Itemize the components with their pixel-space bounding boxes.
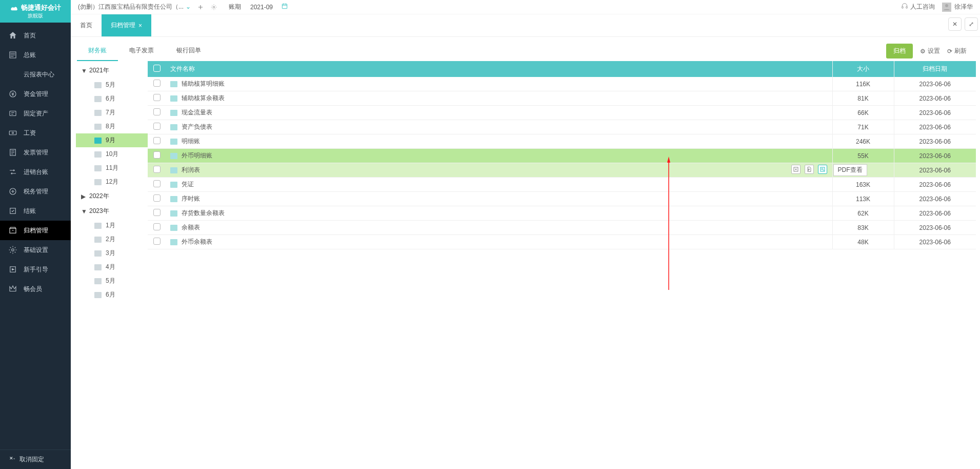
- tree-month-2021-7[interactable]: 7月: [76, 106, 148, 120]
- tree-month-2021-11[interactable]: 11月: [76, 161, 148, 175]
- table-row[interactable]: 序时账113K2023-06-06: [148, 192, 976, 206]
- logo-bar: 畅捷通好会计 旗舰版: [0, 0, 71, 23]
- page-tab-archive[interactable]: 归档管理×: [102, 14, 151, 36]
- table-row[interactable]: 资产负债表71K2023-06-06: [148, 120, 976, 134]
- tree-month-2021-9[interactable]: 9月: [76, 133, 148, 147]
- nav-home[interactable]: 首页: [0, 26, 71, 45]
- tree-month-2021-10[interactable]: 10月: [76, 147, 148, 161]
- tree-year-2023[interactable]: ▼2023年: [76, 204, 148, 219]
- row-checkbox[interactable]: [153, 223, 161, 230]
- tree-month-2021-6[interactable]: 6月: [76, 92, 148, 106]
- tree-year-2021[interactable]: ▼2021年: [76, 63, 148, 78]
- cell-name: 外币余额表: [166, 235, 832, 249]
- nav-member[interactable]: 畅会员: [0, 279, 71, 299]
- cell-size: 62K: [832, 206, 894, 221]
- tree-month-2023-6[interactable]: 6月: [76, 288, 148, 302]
- nav-archive[interactable]: 归档管理: [0, 221, 71, 240]
- cell-name: 余额表: [166, 221, 832, 235]
- tree-month-2023-3[interactable]: 3月: [76, 246, 148, 260]
- sub-tabs-row: 财务账 电子发票 银行回单 归档 ⚙设置 ⟳刷新: [71, 37, 980, 61]
- row-checkbox[interactable]: [153, 94, 161, 101]
- row-checkbox[interactable]: [153, 194, 161, 202]
- nav-report[interactable]: 云报表中心: [0, 65, 71, 84]
- nav-label: 工资: [24, 129, 36, 138]
- company-settings-icon[interactable]: [210, 4, 217, 11]
- tree-year-2022[interactable]: ▶2022年: [76, 189, 148, 204]
- row-checkbox[interactable]: [153, 166, 161, 173]
- nav-guide[interactable]: 新手引导: [0, 260, 71, 279]
- tree-month-2023-1[interactable]: 1月: [76, 219, 148, 232]
- file-table: 文件名称 大小 归档日期 辅助核算明细账116K2023-06-06辅助核算余额…: [148, 61, 976, 249]
- sidebar-unpin[interactable]: 取消固定: [0, 450, 71, 469]
- export-pdf-icon[interactable]: [805, 165, 814, 174]
- nav-ledger[interactable]: 总账: [0, 45, 71, 65]
- cell-date: 2023-06-06: [894, 91, 976, 106]
- calendar-icon[interactable]: [281, 3, 288, 11]
- period-value[interactable]: 2021-09: [250, 4, 273, 11]
- table-row[interactable]: 外币明细账55K2023-06-06: [148, 149, 976, 163]
- archive-button[interactable]: 归档: [886, 44, 913, 58]
- row-checkbox[interactable]: [153, 238, 161, 245]
- user-menu[interactable]: 徐泽华: [942, 3, 973, 12]
- table-row[interactable]: 辅助核算明细账116K2023-06-06: [148, 77, 976, 91]
- file-name: 辅助核算余额表: [182, 94, 225, 102]
- nav-inout[interactable]: 进销台账: [0, 162, 71, 182]
- nav-asset[interactable]: 固定资产: [0, 104, 71, 123]
- file-icon: [170, 239, 177, 245]
- table-row[interactable]: 现金流量表66K2023-06-06: [148, 106, 976, 120]
- nav-salary[interactable]: 工资: [0, 123, 71, 143]
- row-checkbox[interactable]: [153, 137, 161, 144]
- file-icon: [170, 95, 177, 102]
- sub-tab-einvoice[interactable]: 电子发票: [118, 41, 165, 61]
- row-checkbox[interactable]: [153, 80, 161, 87]
- row-checkbox[interactable]: [153, 151, 161, 159]
- export-excel-icon[interactable]: [791, 165, 801, 174]
- table-row[interactable]: 明细账246K2023-06-06: [148, 134, 976, 149]
- chart-icon: [8, 70, 17, 79]
- table-row[interactable]: 辅助核算余额表81K2023-06-06: [148, 91, 976, 106]
- cell-name: 利润表PDF查看: [166, 163, 832, 178]
- sub-tab-finance[interactable]: 财务账: [77, 41, 118, 61]
- table-row[interactable]: 利润表PDF查看2K2023-06-06: [148, 163, 976, 178]
- folder-icon: [94, 278, 102, 284]
- table-row[interactable]: 存货数量余额表62K2023-06-06: [148, 206, 976, 221]
- nav-tax[interactable]: 税务管理: [0, 182, 71, 201]
- view-pdf-icon[interactable]: [818, 165, 827, 174]
- refresh-link[interactable]: ⟳刷新: [947, 47, 967, 55]
- row-checkbox[interactable]: [153, 123, 161, 130]
- table-row[interactable]: 余额表83K2023-06-06: [148, 221, 976, 235]
- tree-month-2021-8[interactable]: 8月: [76, 120, 148, 133]
- add-company-icon[interactable]: [197, 4, 204, 11]
- row-checkbox[interactable]: [153, 108, 161, 115]
- tree-month-2021-5[interactable]: 5月: [76, 78, 148, 92]
- tree-month-2023-2[interactable]: 2月: [76, 232, 148, 246]
- row-checkbox[interactable]: [153, 180, 161, 187]
- close-icon[interactable]: ×: [138, 22, 142, 29]
- tree-month-2023-5[interactable]: 5月: [76, 274, 148, 288]
- row-checkbox[interactable]: [153, 209, 161, 216]
- settings-link[interactable]: ⚙设置: [920, 47, 940, 55]
- tabs-fullscreen-button[interactable]: ⤢: [965, 17, 978, 31]
- company-selector[interactable]: (勿删）江西服宝精品有限责任公司（...⌄: [78, 3, 191, 11]
- nav-close[interactable]: 结账: [0, 201, 71, 221]
- sub-tab-bank[interactable]: 银行回单: [165, 41, 212, 61]
- header-check[interactable]: [148, 61, 166, 77]
- tree-month-2021-12[interactable]: 12月: [76, 175, 148, 189]
- cell-date: 2023-06-06: [894, 178, 976, 192]
- folder-icon: [94, 110, 102, 116]
- folder-icon: [94, 124, 102, 130]
- nav-settings[interactable]: 基础设置: [0, 240, 71, 260]
- month-label: 4月: [106, 263, 115, 271]
- tabs-close-button[interactable]: ✕: [948, 17, 962, 31]
- consult-link[interactable]: 人工咨询: [901, 3, 935, 11]
- page-tab-home[interactable]: 首页: [71, 14, 102, 36]
- cell-date: 2023-06-06: [894, 149, 976, 163]
- nav-invoice[interactable]: 发票管理: [0, 143, 71, 162]
- tree-month-2023-4[interactable]: 4月: [76, 260, 148, 274]
- table-row[interactable]: 凭证163K2023-06-06: [148, 178, 976, 192]
- nav-fund[interactable]: 资金管理: [0, 84, 71, 104]
- file-name: 利润表: [182, 166, 200, 173]
- table-row[interactable]: 外币余额表48K2023-06-06: [148, 235, 976, 249]
- settings-label: 设置: [928, 47, 940, 55]
- month-label: 12月: [106, 178, 118, 186]
